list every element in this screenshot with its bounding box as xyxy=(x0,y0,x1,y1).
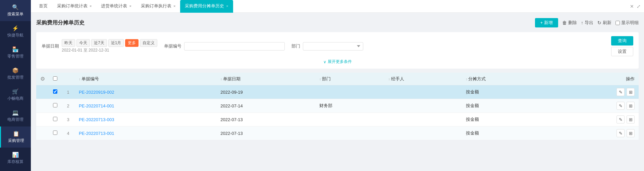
row-checkbox-cell xyxy=(49,85,61,99)
tab-purchase-exec[interactable]: 采购订单执行表× xyxy=(136,0,180,13)
tab-purchase-summary[interactable]: 采购订单统计表× xyxy=(52,0,96,13)
expand-chevron-icon: ∨ xyxy=(323,60,326,64)
sidebar-item-xiaodian[interactable]: 🛒小畅电商 xyxy=(0,84,31,105)
sidebar-item-inventory[interactable]: 📊库存核算 xyxy=(0,148,31,169)
table-row: 1 PE-20220919-002 2022-09-19 按金额 ✎ ⊞ xyxy=(36,85,639,99)
doc-no-field: 单据编号 xyxy=(164,42,285,51)
doc-no-link-0[interactable]: PE-20220919-002 xyxy=(79,90,114,95)
sidebar-item-retail[interactable]: 🏪零售管理 xyxy=(0,42,31,63)
sidebar-icon-xiaodian: 🛒 xyxy=(12,88,19,95)
tab-bar-actions: ✕ ⤢ xyxy=(630,4,641,9)
date-tag-custom[interactable]: 自定义 xyxy=(140,39,157,47)
row-edit-btn-2[interactable]: ✎ xyxy=(616,115,625,123)
export-icon: ↑ xyxy=(581,20,583,25)
date-tag-more[interactable]: 更多 xyxy=(125,39,139,47)
dept-select[interactable]: 财务部 xyxy=(303,42,363,51)
row-num-1: 2 xyxy=(61,99,75,113)
th-split-method[interactable]: 分摊方式 xyxy=(462,73,553,85)
sidebar-item-quick[interactable]: ⚡快捷导航 xyxy=(0,21,31,42)
row-detail-btn-1[interactable]: ⊞ xyxy=(627,102,635,110)
row-edit-btn-3[interactable]: ✎ xyxy=(616,129,625,137)
doc-no-link-2[interactable]: PE-20220713-003 xyxy=(79,117,114,122)
sidebar-label-search: 搜索菜单 xyxy=(7,11,23,17)
row-doc-date-1: 2022-07-14 xyxy=(216,99,315,113)
export-button[interactable]: ↑ 导出 xyxy=(581,20,593,26)
date-tag-today[interactable]: 今天 xyxy=(76,39,90,47)
tab-close-purchase-cost[interactable]: × xyxy=(226,4,228,8)
row-settings-cell xyxy=(36,85,49,99)
row-doc-date-0: 2022-09-19 xyxy=(216,85,315,99)
row-detail-btn-2[interactable]: ⊞ xyxy=(627,115,635,123)
tab-close-all-button[interactable]: ✕ xyxy=(630,4,634,9)
sidebar-item-wholesale[interactable]: 📦批发管理 xyxy=(0,63,31,84)
tab-close-purchase-summary[interactable]: × xyxy=(90,4,92,8)
row-doc-no-1: PE-20220714-001 xyxy=(75,99,216,113)
settings-button[interactable]: 设置 xyxy=(611,47,633,56)
date-tag-7days[interactable]: 近7天 xyxy=(91,39,107,47)
row-checkbox-2[interactable] xyxy=(53,117,57,121)
tab-purchase-cost[interactable]: 采购费用分摊单历史× xyxy=(180,0,233,13)
row-detail-btn-3[interactable]: ⊞ xyxy=(627,129,635,137)
date-tag-yesterday[interactable]: 昨天 xyxy=(62,39,75,47)
table-body: 1 PE-20220919-002 2022-09-19 按金额 ✎ ⊞ 2 P… xyxy=(36,85,639,140)
th-doc-no[interactable]: 单据编号 xyxy=(75,73,216,85)
date-label: 单据日期 xyxy=(42,43,59,49)
row-handler-3 xyxy=(384,126,462,140)
table-settings-button[interactable]: ⚙ xyxy=(40,76,45,82)
row-settings-cell xyxy=(36,113,49,126)
row-dept-2 xyxy=(315,113,384,126)
sidebar-item-purchase[interactable]: 📋采购管理 xyxy=(0,126,31,148)
row-checkbox-0[interactable] xyxy=(53,89,57,94)
row-num-0: 1 xyxy=(61,85,75,99)
doc-no-input[interactable] xyxy=(184,42,285,51)
row-checkbox-3[interactable] xyxy=(53,131,57,135)
sidebar-label-wholesale: 批发管理 xyxy=(7,75,23,80)
tab-incoming-summary[interactable]: 进货单统计表× xyxy=(96,0,136,13)
row-detail-btn-0[interactable]: ⊞ xyxy=(627,88,635,96)
date-range-display: 2022-01-01 至 2022-12-31 xyxy=(62,48,157,53)
row-settings-cell xyxy=(36,99,49,113)
row-split-method-1: 按金额 xyxy=(462,99,553,113)
delete-button[interactable]: 🗑 删除 xyxy=(562,20,577,26)
row-actions-cell-1: ✎ ⊞ xyxy=(553,99,639,113)
date-tag-1month[interactable]: 近1月 xyxy=(108,39,124,47)
data-table: ⚙ 单据编号 单据日期 部门 经手人 分摊方式 操作 xyxy=(36,73,639,140)
row-edit-btn-1[interactable]: ✎ xyxy=(616,102,625,110)
row-actions-cell-3: ✎ ⊞ xyxy=(553,126,639,140)
doc-no-link-1[interactable]: PE-20220714-001 xyxy=(79,103,114,108)
row-checkbox-1[interactable] xyxy=(53,103,57,107)
tab-close-incoming-summary[interactable]: × xyxy=(129,4,131,8)
row-edit-btn-0[interactable]: ✎ xyxy=(616,88,625,96)
sidebar-item-search[interactable]: 🔍搜索菜单 xyxy=(0,0,31,21)
add-button[interactable]: + 新增 xyxy=(535,18,558,27)
row-settings-cell xyxy=(36,126,49,140)
refresh-button[interactable]: ↻ 刷新 xyxy=(597,20,611,26)
row-split-method-3: 按金额 xyxy=(462,126,553,140)
search-row: 单据日期 昨天 今天 近7天 近1月 更多 自定义 2022-01-01 至 2… xyxy=(42,36,633,56)
row-handler-2 xyxy=(384,113,462,126)
tab-bar: 首页采购订单统计表×进货单统计表×采购订单执行表×采购费用分摊单历史× ✕ ⤢ xyxy=(31,0,644,13)
th-handler[interactable]: 经手人 xyxy=(384,73,462,85)
expand-button[interactable]: ∨ 展开更多条件 xyxy=(323,59,352,65)
row-doc-no-3: PE-20220713-001 xyxy=(75,126,216,140)
tab-home[interactable]: 首页 xyxy=(34,0,52,13)
table-row: 3 PE-20220713-003 2022-07-13 按金额 ✎ ⊞ xyxy=(36,113,639,126)
tab-close-purchase-exec[interactable]: × xyxy=(173,4,175,8)
th-doc-date[interactable]: 单据日期 xyxy=(216,73,315,85)
show-cols-checkbox[interactable] xyxy=(615,21,620,25)
sidebar-icon-retail: 🏪 xyxy=(12,46,19,53)
date-tags: 昨天 今天 近7天 近1月 更多 自定义 xyxy=(62,39,157,47)
show-cols-toggle[interactable]: 显示明细 xyxy=(615,20,639,26)
table-container: ⚙ 单据编号 单据日期 部门 经手人 分摊方式 操作 xyxy=(36,73,639,140)
sidebar-item-finance[interactable]: 💰资金管理 xyxy=(0,169,31,171)
tab-maximize-button[interactable]: ⤢ xyxy=(637,4,641,9)
sidebar-item-ecommerce[interactable]: 💻电商管理 xyxy=(0,105,31,126)
tab-label-purchase-cost: 采购费用分摊单历史 xyxy=(185,3,224,9)
select-all-checkbox[interactable] xyxy=(53,76,57,81)
doc-no-link-3[interactable]: PE-20220713-001 xyxy=(79,131,114,136)
th-dept[interactable]: 部门 xyxy=(315,73,384,85)
sidebar-icon-purchase: 📋 xyxy=(13,131,19,137)
sidebar-label-ecommerce: 电商管理 xyxy=(7,117,23,122)
th-checkbox xyxy=(49,73,61,85)
search-button[interactable]: 查询 xyxy=(611,36,633,46)
